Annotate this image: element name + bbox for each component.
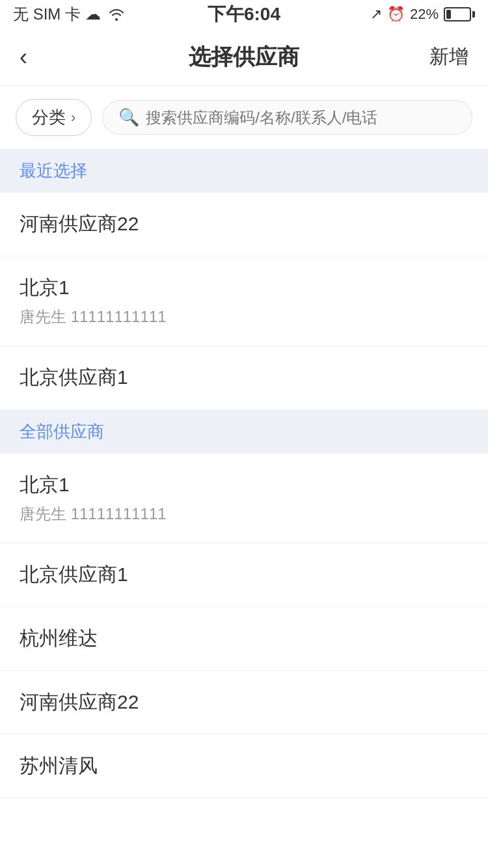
search-box[interactable]: 🔍	[102, 100, 472, 135]
status-bar-right: ↗ ⏰ 22%	[370, 6, 475, 23]
battery-percent: 22%	[410, 6, 439, 23]
category-label: 分类	[32, 106, 66, 129]
section-header-all: 全部供应商	[0, 410, 488, 454]
nav-bar: ‹ 选择供应商 新增	[0, 29, 488, 86]
item-name: 杭州维达	[20, 625, 468, 652]
add-button[interactable]: 新增	[429, 44, 468, 70]
no-sim-label: 无 SIM 卡 ☁	[13, 4, 101, 25]
status-bar-left: 无 SIM 卡 ☁	[13, 4, 126, 25]
list-item[interactable]: 苏州清风	[0, 735, 488, 798]
item-sub: 唐先生 11111111111	[20, 306, 468, 327]
search-input[interactable]	[146, 109, 456, 127]
item-name: 苏州清风	[20, 753, 468, 780]
list-item[interactable]: 北京1唐先生 11111111111	[0, 256, 488, 346]
search-icon: 🔍	[118, 107, 139, 128]
item-name: 河南供应商22	[20, 211, 468, 237]
list-item[interactable]: 河南供应商22	[0, 671, 488, 735]
status-bar: 无 SIM 卡 ☁ 下午6:04 ↗ ⏰ 22%	[0, 0, 488, 29]
category-button[interactable]: 分类 ›	[16, 99, 92, 136]
item-name: 北京1	[20, 472, 468, 498]
wifi-icon	[107, 8, 126, 21]
item-name: 河南供应商22	[20, 689, 468, 716]
list-item[interactable]: 北京1唐先生 11111111111	[0, 454, 488, 543]
list-item[interactable]: 杭州维达	[0, 607, 488, 671]
list-item[interactable]: 河南供应商22	[0, 193, 488, 256]
alarm-icon: ⏰	[387, 6, 405, 23]
item-name: 北京供应商1	[20, 364, 468, 391]
status-bar-time: 下午6:04	[208, 2, 280, 27]
page-title: 选择供应商	[189, 42, 299, 72]
section-header-recent: 最近选择	[0, 149, 488, 193]
item-name: 北京供应商1	[20, 562, 468, 588]
sections-container: 最近选择河南供应商22北京1唐先生 11111111111北京供应商1全部供应商…	[0, 149, 488, 798]
battery-indicator	[444, 7, 475, 21]
location-icon: ↗	[370, 6, 382, 23]
list-item[interactable]: 北京供应商1	[0, 543, 488, 607]
back-button[interactable]: ‹	[20, 44, 59, 71]
item-sub: 唐先生 11111111111	[20, 504, 468, 524]
list-item[interactable]: 北京供应商1	[0, 346, 488, 410]
item-name: 北京1	[20, 275, 468, 301]
filter-bar: 分类 › 🔍	[0, 86, 488, 149]
chevron-right-icon: ›	[71, 109, 75, 126]
